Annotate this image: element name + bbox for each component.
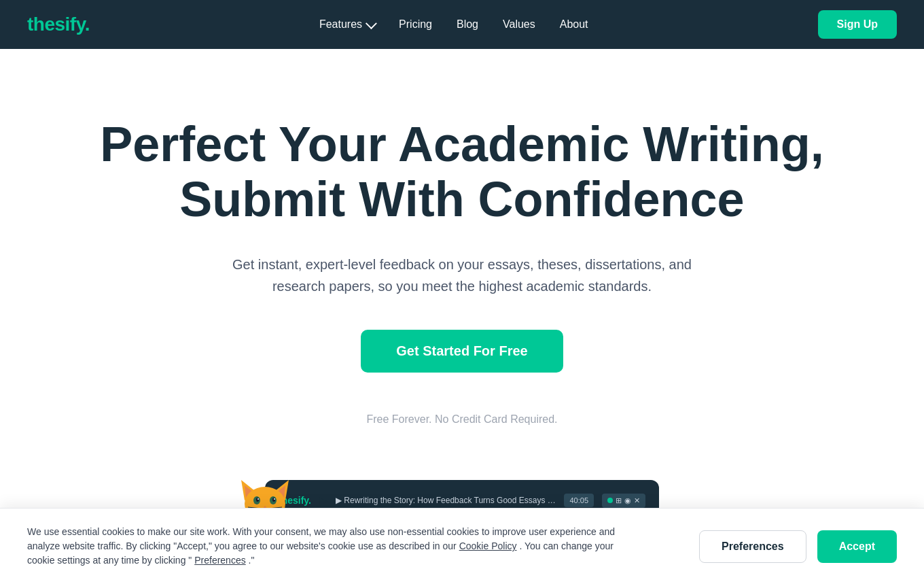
nav-links: Features Pricing Blog Values About xyxy=(319,18,588,31)
control-icon2: ◉ xyxy=(624,496,631,505)
brand-logo[interactable]: thesify. xyxy=(27,14,90,35)
nav-values-link[interactable]: Values xyxy=(503,18,535,30)
cookie-policy-link[interactable]: Cookie Policy xyxy=(459,540,517,551)
hero-title: Perfect Your Academic Writing, Submit Wi… xyxy=(100,117,824,226)
nav-about-link[interactable]: About xyxy=(560,18,588,30)
accept-button[interactable]: Accept xyxy=(817,530,897,563)
navbar: thesify. Features Pricing Blog Values Ab… xyxy=(0,0,924,49)
cookie-text-end: ." xyxy=(249,555,255,566)
svg-point-9 xyxy=(257,498,259,500)
status-dot xyxy=(607,498,613,503)
svg-point-10 xyxy=(274,498,275,500)
app-preview-text: ▶ Rewriting the Story: How Feedback Turn… xyxy=(336,496,556,505)
cookie-actions: Preferences Accept xyxy=(699,530,897,563)
cookie-preferences-inline-link[interactable]: Preferences xyxy=(194,555,245,566)
svg-point-8 xyxy=(272,498,275,502)
cookie-text: We use essential cookies to make our sit… xyxy=(27,525,639,568)
cta-button[interactable]: Get Started For Free xyxy=(361,330,563,373)
app-preview-icon: ▶ xyxy=(319,494,327,507)
free-note: Free Forever. No Credit Card Required. xyxy=(367,413,558,426)
app-preview-controls: ⊞ ◉ ✕ xyxy=(602,494,645,508)
svg-point-7 xyxy=(256,498,259,502)
signup-button[interactable]: Sign Up xyxy=(818,10,897,39)
hero-section: Perfect Your Academic Writing, Submit Wi… xyxy=(0,49,924,562)
app-preview-time: 40:05 xyxy=(564,494,594,507)
nav-features-link[interactable]: Features xyxy=(319,18,374,31)
nav-blog-link[interactable]: Blog xyxy=(457,18,478,30)
cookie-banner: We use essential cookies to make our sit… xyxy=(0,508,924,584)
control-icon1: ⊞ xyxy=(616,496,622,505)
nav-features-label: Features xyxy=(319,18,362,31)
nav-pricing-link[interactable]: Pricing xyxy=(399,18,432,30)
time-label: 40:05 xyxy=(569,496,588,504)
chevron-down-icon xyxy=(366,18,377,29)
preferences-button[interactable]: Preferences xyxy=(699,530,806,563)
hero-subtitle: Get instant, expert-level feedback on yo… xyxy=(231,254,693,297)
control-icon3: ✕ xyxy=(634,496,640,505)
